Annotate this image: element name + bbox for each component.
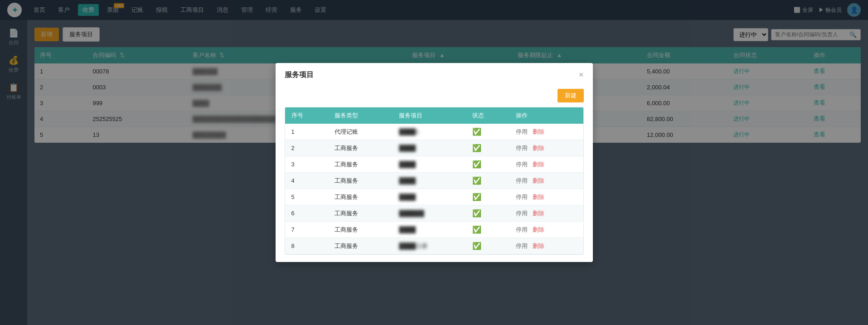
modal-cell-action[interactable]: 停用 删除 <box>509 156 583 173</box>
delete-button[interactable]: 删除 <box>533 210 544 217</box>
modal-overlay[interactable]: 服务项目 × 新建 序号 服务类型 服务项目 状态 操作 <box>0 0 868 325</box>
status-check-icon: ✅ <box>472 160 481 168</box>
status-check-icon: ✅ <box>472 226 481 233</box>
stop-button[interactable]: 停用 <box>516 194 528 200</box>
modal-cell-status: ✅ <box>466 205 509 222</box>
modal-cell-type: 工商服务 <box>328 205 393 222</box>
modal-cell-type: 工商服务 <box>328 222 393 238</box>
delete-button[interactable]: 删除 <box>533 145 544 151</box>
modal-cell-seq: 4 <box>285 173 329 189</box>
modal-cell-seq: 7 <box>285 222 329 238</box>
modal-cell-status: ✅ <box>466 140 509 156</box>
modal-cell-seq: 5 <box>285 189 329 205</box>
modal-cell-item: ████注册 <box>393 238 466 254</box>
modal-table-row: 4 工商服务 ████ ✅ 停用 删除 <box>285 173 583 189</box>
status-check-icon: ✅ <box>472 128 481 136</box>
modal-table-row: 8 工商服务 ████注册 ✅ 停用 删除 <box>285 238 583 254</box>
modal-header: 服务项目 × <box>276 63 593 84</box>
modal-table-wrap[interactable]: 序号 服务类型 服务项目 状态 操作 1 代理记账 ████1 ✅ 停用 删除 … <box>285 107 584 255</box>
modal-col-type: 服务类型 <box>328 107 393 124</box>
modal-cell-type: 代理记账 <box>328 124 393 140</box>
modal-body: 新建 序号 服务类型 服务项目 状态 操作 1 代理记账 <box>276 84 593 262</box>
status-check-icon: ✅ <box>472 144 481 152</box>
modal-cell-item: ████ <box>393 173 466 189</box>
modal-title: 服务项目 <box>285 70 314 80</box>
modal-service-table: 序号 服务类型 服务项目 状态 操作 1 代理记账 ████1 ✅ 停用 删除 … <box>285 107 583 254</box>
status-check-icon: ✅ <box>472 242 481 250</box>
delete-button[interactable]: 删除 <box>533 194 544 200</box>
modal-cell-item: ████ <box>393 156 466 173</box>
modal-cell-item: ████ <box>393 222 466 238</box>
modal-new-button[interactable]: 新建 <box>558 89 584 102</box>
modal-cell-type: 工商服务 <box>328 173 393 189</box>
stop-button[interactable]: 停用 <box>516 226 528 233</box>
modal-cell-type: 工商服务 <box>328 156 393 173</box>
modal-col-seq: 序号 <box>285 107 329 124</box>
modal-col-action: 操作 <box>509 107 583 124</box>
modal-cell-action[interactable]: 停用 删除 <box>509 205 583 222</box>
modal-cell-type: 工商服务 <box>328 238 393 254</box>
delete-button[interactable]: 删除 <box>533 226 544 233</box>
modal-cell-status: ✅ <box>466 222 509 238</box>
modal-table-row: 5 工商服务 ████ ✅ 停用 删除 <box>285 189 583 205</box>
modal-cell-item: ████ <box>393 189 466 205</box>
modal-table-header-row: 序号 服务类型 服务项目 状态 操作 <box>285 107 583 124</box>
modal-table-row: 3 工商服务 ████ ✅ 停用 删除 <box>285 156 583 173</box>
stop-button[interactable]: 停用 <box>516 128 528 135</box>
modal-cell-item: ████ <box>393 140 466 156</box>
modal-col-status: 状态 <box>466 107 509 124</box>
delete-button[interactable]: 删除 <box>533 177 544 184</box>
modal-cell-seq: 3 <box>285 156 329 173</box>
modal-cell-item: ██████ <box>393 205 466 222</box>
status-check-icon: ✅ <box>472 193 481 201</box>
status-check-icon: ✅ <box>472 209 481 217</box>
modal-close-button[interactable]: × <box>579 70 584 80</box>
stop-button[interactable]: 停用 <box>516 145 528 151</box>
modal-cell-action[interactable]: 停用 删除 <box>509 140 583 156</box>
stop-button[interactable]: 停用 <box>516 177 528 184</box>
modal-cell-status: ✅ <box>466 124 509 140</box>
modal-cell-type: 工商服务 <box>328 140 393 156</box>
modal-cell-action[interactable]: 停用 删除 <box>509 173 583 189</box>
stop-button[interactable]: 停用 <box>516 243 528 249</box>
modal-cell-seq: 8 <box>285 238 329 254</box>
modal-cell-action[interactable]: 停用 删除 <box>509 222 583 238</box>
modal-cell-status: ✅ <box>466 238 509 254</box>
delete-button[interactable]: 删除 <box>533 243 544 249</box>
modal-table-row: 2 工商服务 ████ ✅ 停用 删除 <box>285 140 583 156</box>
modal-cell-status: ✅ <box>466 156 509 173</box>
modal-col-item: 服务项目 <box>393 107 466 124</box>
stop-button[interactable]: 停用 <box>516 161 528 168</box>
modal-cell-seq: 2 <box>285 140 329 156</box>
modal-cell-seq: 1 <box>285 124 329 140</box>
delete-button[interactable]: 删除 <box>533 161 544 168</box>
modal-toolbar: 新建 <box>285 89 584 102</box>
modal-cell-status: ✅ <box>466 189 509 205</box>
modal-cell-item: ████1 <box>393 124 466 140</box>
stop-button[interactable]: 停用 <box>516 210 528 217</box>
modal-cell-status: ✅ <box>466 173 509 189</box>
modal-table-row: 6 工商服务 ██████ ✅ 停用 删除 <box>285 205 583 222</box>
modal-table-row: 7 工商服务 ████ ✅ 停用 删除 <box>285 222 583 238</box>
modal-table-row: 1 代理记账 ████1 ✅ 停用 删除 <box>285 124 583 140</box>
status-check-icon: ✅ <box>472 177 481 184</box>
modal-cell-action[interactable]: 停用 删除 <box>509 238 583 254</box>
modal-cell-type: 工商服务 <box>328 189 393 205</box>
service-modal: 服务项目 × 新建 序号 服务类型 服务项目 状态 操作 <box>276 63 593 262</box>
modal-cell-seq: 6 <box>285 205 329 222</box>
modal-cell-action[interactable]: 停用 删除 <box>509 189 583 205</box>
delete-button[interactable]: 删除 <box>533 128 544 135</box>
modal-cell-action[interactable]: 停用 删除 <box>509 124 583 140</box>
